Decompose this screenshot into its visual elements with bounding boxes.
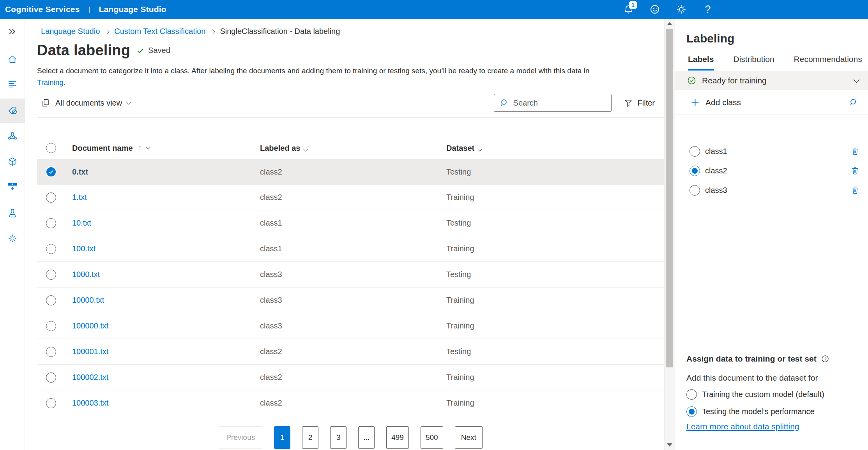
table-row[interactable]: 100000.txtclass3Training [37, 313, 664, 339]
row-checkbox[interactable] [46, 347, 56, 357]
brand-title[interactable]: Cognitive Services [5, 5, 80, 14]
table-row[interactable]: 1.txtclass2Training [37, 185, 664, 210]
table-row[interactable]: 100.txtclass1Training [37, 236, 664, 262]
document-link[interactable]: 100003.txt [72, 399, 108, 408]
document-link[interactable]: 0.txt [72, 168, 88, 176]
sort-ascending-icon: ↑ [138, 144, 142, 152]
labeled-as-cell: class2 [260, 347, 446, 356]
search-classes-icon[interactable] [849, 98, 858, 107]
assign-option-radio[interactable] [686, 389, 697, 400]
table-row[interactable]: 100003.txtclass2Training [37, 390, 664, 416]
collapse-expand-icon[interactable] [0, 23, 25, 40]
info-icon[interactable] [821, 355, 829, 363]
labeled-as-cell: class3 [260, 321, 446, 330]
column-labeled-as[interactable]: Labeled as [260, 144, 446, 153]
scroll-down-arrow[interactable] [667, 443, 672, 446]
chevron-down-icon [146, 145, 150, 149]
sidebar-text-lines-icon[interactable] [0, 76, 25, 93]
assign-option-label: Testing the model’s performance [702, 407, 815, 416]
dataset-cell: Training [446, 321, 664, 330]
next-page-button[interactable]: Next [455, 426, 483, 449]
filter-button[interactable]: Filter [624, 98, 655, 108]
page-button-...[interactable]: ... [358, 426, 375, 449]
table-row[interactable]: 1000.txtclass3Testing [37, 262, 664, 288]
settings-gear-icon[interactable] [676, 4, 687, 15]
tab-recommendations[interactable]: Recommendations [794, 55, 862, 71]
row-checkbox[interactable] [46, 270, 56, 280]
row-checkbox[interactable] [46, 218, 56, 228]
row-checkbox[interactable] [46, 192, 56, 203]
document-link[interactable]: 100000.txt [72, 321, 108, 330]
document-link[interactable]: 100.txt [72, 244, 95, 253]
class-radio[interactable] [689, 185, 700, 196]
table-header: Document name ↑ Labeled as Dataset [37, 137, 664, 159]
documents-view-dropdown[interactable]: All documents view [41, 98, 131, 108]
scrollbar-thumb[interactable] [666, 29, 673, 367]
row-checkbox[interactable] [46, 372, 56, 383]
delete-class-trash-icon[interactable] [851, 186, 859, 194]
breadcrumb: Language Studio Custom Text Classificati… [37, 19, 664, 36]
column-document-name[interactable]: Document name ↑ [72, 144, 260, 153]
page-button-499[interactable]: 499 [386, 426, 409, 449]
tab-labels[interactable]: Labels [688, 55, 714, 71]
page-button-500[interactable]: 500 [421, 426, 443, 449]
dataset-cell: Testing [446, 347, 664, 356]
sidebar-home-icon[interactable] [0, 51, 25, 68]
previous-page-button[interactable]: Previous [219, 426, 262, 449]
breadcrumb-language-studio[interactable]: Language Studio [41, 27, 100, 36]
training-status-dropdown[interactable]: Ready for training [675, 71, 868, 90]
tab-distribution[interactable]: Distribution [734, 55, 774, 71]
row-checkbox[interactable] [46, 244, 56, 254]
page-button-3[interactable]: 3 [330, 426, 346, 449]
row-checkbox[interactable] [46, 295, 56, 305]
search-box[interactable] [494, 94, 612, 112]
page-button-2[interactable]: 2 [302, 426, 318, 449]
document-link[interactable]: 1000.txt [72, 270, 100, 279]
feedback-smiley-icon[interactable] [649, 4, 660, 15]
sidebar-model-icon[interactable] [0, 153, 25, 170]
class-label: class1 [705, 147, 727, 156]
page-button-1[interactable]: 1 [274, 426, 290, 449]
training-link[interactable]: Training. [37, 78, 65, 86]
delete-class-trash-icon[interactable] [851, 166, 859, 175]
table-row[interactable]: 100001.txtclass2Testing [37, 339, 664, 365]
sidebar-settings-gear-icon[interactable] [0, 230, 25, 247]
row-checkbox[interactable] [46, 321, 56, 331]
panel-title: Labeling [686, 32, 868, 45]
delete-class-trash-icon[interactable] [851, 147, 859, 155]
labeled-as-cell: class1 [260, 219, 446, 228]
table-row[interactable]: 0.txtclass2Testing [37, 159, 664, 185]
document-link[interactable]: 1.txt [72, 193, 87, 202]
sidebar-data-labeling-icon[interactable] [0, 102, 25, 119]
select-all-checkbox[interactable] [46, 143, 56, 153]
assign-option-radio[interactable] [686, 406, 697, 417]
class-list: class1class2class3 [675, 141, 868, 200]
table-row[interactable]: 10000.txtclass3Training [37, 288, 664, 313]
document-link[interactable]: 10000.txt [72, 296, 104, 305]
app-title[interactable]: Language Studio [99, 5, 166, 14]
row-checkbox[interactable] [46, 398, 56, 408]
search-input[interactable] [513, 99, 599, 108]
column-dataset[interactable]: Dataset [446, 144, 664, 153]
add-class-button[interactable]: Add class [675, 90, 868, 115]
class-radio[interactable] [689, 166, 700, 176]
class-radio[interactable] [689, 146, 700, 157]
notifications-bell-icon[interactable]: 1 [623, 4, 634, 15]
table-row[interactable]: 10.txtclass1Testing [37, 210, 664, 236]
document-link[interactable]: 100002.txt [72, 373, 108, 382]
scroll-up-arrow[interactable] [667, 22, 672, 25]
breadcrumb-custom-text-classification[interactable]: Custom Text Classification [114, 27, 205, 36]
help-icon[interactable]: ? [702, 4, 713, 15]
row-checkbox-checked[interactable] [46, 166, 57, 177]
document-link[interactable]: 10.txt [72, 219, 91, 228]
saved-status: Saved [136, 46, 170, 55]
sidebar-deploy-icon[interactable] [0, 178, 25, 195]
table-row[interactable]: 100002.txtclass2Training [37, 365, 664, 390]
dataset-cell: Training [446, 399, 664, 408]
sidebar-model-training-icon[interactable] [0, 127, 25, 145]
learn-more-link[interactable]: Learn more about data splitting [686, 422, 799, 431]
vertical-scrollbar[interactable] [664, 19, 675, 450]
sidebar-experiment-flask-icon[interactable] [0, 205, 25, 222]
assign-option: Training the custom model (default) [686, 389, 859, 400]
document-link[interactable]: 100001.txt [72, 347, 108, 356]
